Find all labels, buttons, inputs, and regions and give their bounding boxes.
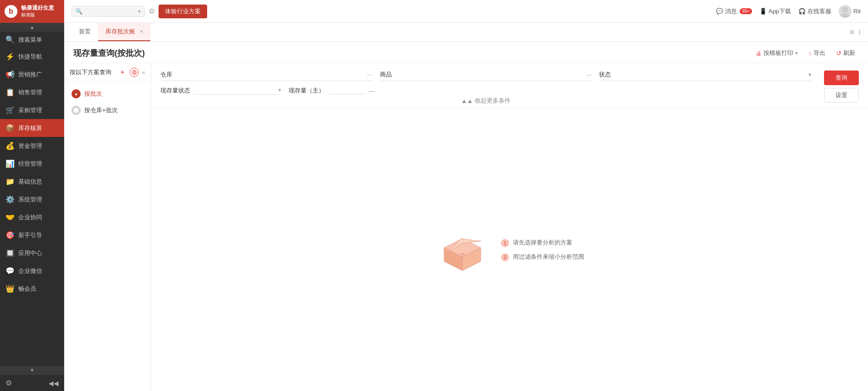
topbar-search-icon: 🔍 <box>76 8 82 15</box>
scheme-batch-icon: ● <box>71 89 81 98</box>
sidebar-item-member[interactable]: 👑 畅会员 <box>0 280 64 298</box>
search-icon: 🔍 <box>5 35 15 44</box>
content-layout: 按以下方案查询 + ⚙ « ● 按批次 <box>64 63 868 391</box>
page-actions: 🖨 按模板打印 ▾ ↑ 导出 ↺ 刷新 <box>752 47 859 59</box>
stock-qty-min-input[interactable] <box>328 87 365 94</box>
sidebar-item-basic[interactable]: 📁 基础信息 <box>0 173 64 190</box>
scheme-settings-icon[interactable]: ⚙ <box>130 68 139 77</box>
user-avatar-action[interactable]: Rit <box>839 5 861 18</box>
sidebar-item-marketing[interactable]: 📢 营销推广 <box>0 65 64 83</box>
sidebar-item-search[interactable]: 🔍 搜索菜单 <box>0 32 64 48</box>
tip-num-1: 1 <box>501 239 509 247</box>
scheme-item-warehouse-batch[interactable]: 按仓库+批次 <box>64 102 151 119</box>
sidebar-item-wechat[interactable]: 💬 企业微信 <box>0 262 64 280</box>
search-label: 搜索菜单 <box>18 36 42 44</box>
product-input[interactable] <box>396 71 587 78</box>
app-icon: 🔲 <box>5 249 15 257</box>
operation-label: 经营管理 <box>18 160 42 168</box>
sidebar-item-app[interactable]: 🔲 应用中心 <box>0 244 64 262</box>
sidebar-item-operation[interactable]: 📊 经营管理 <box>0 155 64 173</box>
sidebar-scroll-down[interactable]: ▼ <box>0 366 64 375</box>
warehouse-input[interactable] <box>176 71 367 78</box>
status-arrow-icon[interactable]: ▾ <box>808 71 811 78</box>
stock-status-arrow-icon[interactable]: ▾ <box>278 87 281 93</box>
tab-close-icon[interactable]: × <box>140 28 143 35</box>
left-panel: 按以下方案查询 + ⚙ « ● 按批次 <box>64 63 151 391</box>
page-header: 现存量查询(按批次) 🖨 按模板打印 ▾ ↑ 导出 ↺ 刷新 <box>64 42 868 63</box>
tabs-bar: 首页 库存批次账 × ✕ ⟩ <box>64 23 868 42</box>
stock-qty-dash: — <box>368 87 374 94</box>
settings-button[interactable]: 设置 <box>824 88 859 103</box>
export-icon: ↑ <box>809 50 812 57</box>
basic-label: 基础信息 <box>18 178 42 186</box>
sidebar-item-finance[interactable]: 💰 资金管理 <box>0 137 64 155</box>
left-panel-actions: + ⚙ « <box>118 68 145 77</box>
sidebar-item-newbie[interactable]: 🎯 新手引导 <box>0 226 64 244</box>
stock-status-input[interactable] <box>194 87 278 93</box>
tab-home[interactable]: 首页 <box>71 23 98 41</box>
query-button[interactable]: 查询 <box>824 71 859 85</box>
left-panel-header: 按以下方案查询 + ⚙ « <box>64 63 151 82</box>
topbar-dropdown-icon[interactable]: ▾ <box>138 8 141 15</box>
topbar-right: 💬 消息 99+ 📱 App下载 🎧 在线客服 Rit <box>716 5 861 18</box>
sidebar: b 畅康通好生意 标准版 ▲ 🔍 搜索菜单 ⚡ 快捷导航 📢 营销推广 📋 销售… <box>0 0 64 391</box>
newbie-label: 新手引导 <box>18 231 42 239</box>
svg-point-1 <box>841 13 850 18</box>
status-input[interactable] <box>615 71 808 78</box>
svg-text:●: ● <box>75 92 77 97</box>
app-download-action[interactable]: 📱 App下载 <box>759 7 791 16</box>
filter-actions: 查询 设置 <box>817 71 859 103</box>
scheme-item-batch[interactable]: ● 按批次 <box>64 86 151 102</box>
refresh-action[interactable]: ↺ 刷新 <box>833 47 859 59</box>
export-action[interactable]: ↑ 导出 <box>805 47 830 59</box>
sidebar-item-enterprise[interactable]: 🤝 企业协同 <box>0 208 64 226</box>
sidebar-scroll-up[interactable]: ▲ <box>0 23 64 32</box>
svg-text:?: ? <box>459 251 465 262</box>
left-panel-collapse-icon[interactable]: « <box>142 69 145 76</box>
page-title: 现存量查询(按批次) <box>73 48 145 59</box>
member-label: 畅会员 <box>18 285 36 293</box>
product-label: 商品 <box>380 71 392 79</box>
product-more-icon[interactable]: ··· <box>587 71 592 78</box>
finance-icon: 💰 <box>5 141 15 150</box>
tab-home-label: 首页 <box>79 27 91 36</box>
tab-bar-close-icon[interactable]: ✕ <box>849 28 855 37</box>
sidebar-item-quick-nav[interactable]: ⚡ 快捷导航 <box>0 48 64 65</box>
collapse-more-btn[interactable]: ▲▲ 收起更多条件 <box>461 97 511 105</box>
warehouse-more-icon[interactable]: ··· <box>367 71 373 78</box>
topbar-settings-icon[interactable]: ⚙ <box>148 7 155 16</box>
stock-qty-field: 现存量（主） — <box>289 87 417 95</box>
svg-point-0 <box>842 7 848 12</box>
sidebar-item-inventory[interactable]: 📦 库存核算 <box>0 119 64 137</box>
add-scheme-button[interactable]: + <box>118 68 127 77</box>
right-panel: 仓库 ··· 商品 <box>151 63 868 391</box>
topbar-search-box[interactable]: 🔍 ▾ <box>71 6 145 17</box>
filter-area: 仓库 ··· 商品 <box>151 63 868 109</box>
quick-nav-label: 快捷导航 <box>18 53 42 61</box>
sidebar-item-purchase[interactable]: 🛒 采购管理 <box>0 101 64 119</box>
sidebar-collapse-icon[interactable]: ◀◀ <box>49 380 59 387</box>
tab-bar-expand-icon[interactable]: ⟩ <box>858 28 861 36</box>
message-action[interactable]: 💬 消息 99+ <box>716 7 752 16</box>
online-service-action[interactable]: 🎧 在线客服 <box>798 7 831 16</box>
sales-icon: 📋 <box>5 88 15 97</box>
sales-label: 销售管理 <box>18 88 42 97</box>
topbar-left: 🔍 ▾ ⚙ 体验行业方案 <box>71 5 712 18</box>
operation-icon: 📊 <box>5 159 15 168</box>
message-badge: 99+ <box>740 8 752 14</box>
scheme-warehouse-icon <box>71 106 81 115</box>
tab-inventory-batch[interactable]: 库存批次账 × <box>98 23 150 41</box>
sidebar-settings-icon[interactable]: ⚙ <box>5 379 12 387</box>
print-action[interactable]: 🖨 按模板打印 ▾ <box>752 47 802 59</box>
filter-row-2: 现存量状态 ▾ 现存量（主） <box>160 87 811 95</box>
trial-button[interactable]: 体验行业方案 <box>159 5 207 18</box>
print-dropdown-icon[interactable]: ▾ <box>795 50 798 56</box>
avatar <box>839 5 852 18</box>
marketing-label: 营销推广 <box>18 71 42 79</box>
sidebar-item-sales[interactable]: 📋 销售管理 <box>0 83 64 101</box>
warehouse-field: 仓库 ··· <box>160 71 373 81</box>
purchase-icon: 🛒 <box>5 106 15 114</box>
print-label: 按模板打印 <box>764 49 793 57</box>
member-icon: 👑 <box>5 284 15 293</box>
sidebar-item-system[interactable]: ⚙️ 系统管理 <box>0 190 64 208</box>
